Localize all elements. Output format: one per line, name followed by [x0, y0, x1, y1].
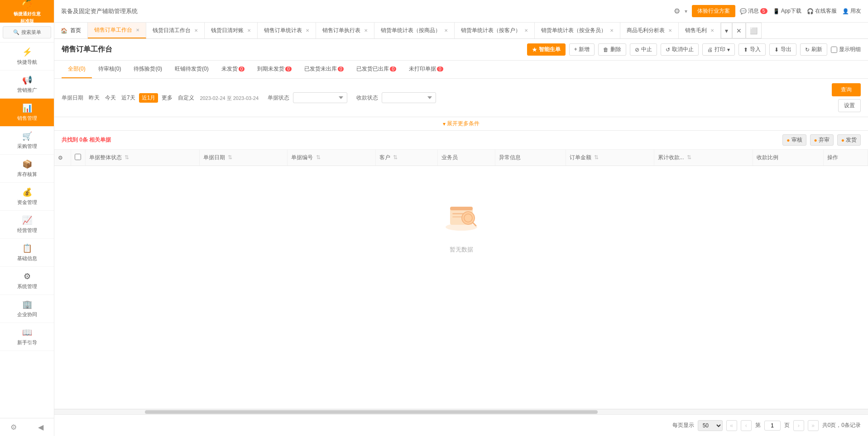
col-number[interactable]: 单据编号 ⇅: [288, 150, 376, 166]
col-status-sort-icon[interactable]: ⇅: [125, 154, 129, 161]
add-btn[interactable]: + 新增: [569, 43, 595, 56]
tab-close-all-btn[interactable]: ✕: [732, 23, 746, 38]
date-shortcut-1month[interactable]: 近1月: [139, 93, 158, 103]
filter-tab-expired[interactable]: 到期未发货0: [251, 61, 298, 78]
expand-more-btn[interactable]: ▾ 展开更多条件: [443, 120, 480, 128]
search-menu-btn[interactable]: 🔍 搜索菜单: [3, 26, 51, 38]
tab-sales-profit[interactable]: 销售毛利 ✕: [679, 23, 721, 38]
sidebar-item-operation[interactable]: 📈 经营管理: [0, 211, 54, 239]
date-shortcut-today[interactable]: 今天: [103, 93, 118, 103]
payment-filter-select[interactable]: [382, 92, 436, 103]
status-filter-select[interactable]: [293, 92, 347, 103]
sidebar-item-system[interactable]: ⚙ 系统管理: [0, 267, 54, 295]
gear-icon[interactable]: ⚙: [674, 7, 680, 15]
scroll-thumb[interactable]: [145, 410, 598, 414]
sidebar-item-sales[interactable]: 📊 销售管理: [0, 99, 54, 127]
tab-sales-exec[interactable]: 销售订单执行表 ✕: [316, 23, 374, 38]
tab-close-summary-staff[interactable]: ✕: [610, 28, 614, 33]
col-operation[interactable]: 操作: [823, 150, 868, 166]
user-btn[interactable]: 👤 用友: [842, 7, 861, 15]
col-date[interactable]: 单据日期 ⇅: [199, 150, 288, 166]
tab-maximize-btn[interactable]: ⬜: [746, 23, 762, 38]
set-btn[interactable]: 设置: [838, 99, 861, 112]
tab-close-summary-product[interactable]: ✕: [444, 28, 448, 33]
per-page-select[interactable]: 50 10 20 100: [698, 420, 723, 431]
horizontal-scrollbar[interactable]: [54, 409, 868, 414]
col-date-sort-icon[interactable]: ⇅: [228, 154, 232, 161]
tab-more-btn[interactable]: ▾: [721, 23, 732, 38]
sidebar-item-purchase[interactable]: 🛒 采购管理: [0, 127, 54, 155]
ship-action-btn[interactable]: ● 发货: [837, 134, 861, 146]
sidebar-item-inventory[interactable]: 📦 库存核算: [0, 155, 54, 183]
prev-page-btn[interactable]: ‹: [741, 420, 752, 431]
tab-sales-order[interactable]: 销售订单工作台 ✕: [88, 23, 146, 38]
tab-close-profit[interactable]: ✕: [710, 28, 714, 33]
review-action-btn[interactable]: ● 审核: [782, 134, 806, 146]
tab-cash-reconcile[interactable]: 钱货日清对账 ✕: [205, 23, 258, 38]
print-btn[interactable]: 🖨 打印 ▾: [702, 43, 735, 56]
tab-close-sales-order[interactable]: ✕: [136, 28, 139, 33]
show-detail-checkbox[interactable]: [831, 47, 837, 53]
import-btn[interactable]: ⬆ 导入: [739, 43, 766, 56]
col-status[interactable]: 单据整体状态 ⇅: [85, 150, 199, 166]
col-customer-sort-icon[interactable]: ⇅: [393, 154, 398, 161]
sidebar-item-marketing[interactable]: 📢 营销推广: [0, 71, 54, 99]
date-shortcut-7days[interactable]: 近7天: [120, 93, 137, 103]
delete-btn[interactable]: 🗑 删除: [598, 43, 626, 56]
sidebar-item-finance[interactable]: 💰 资金管理: [0, 183, 54, 211]
col-staff[interactable]: 业务员: [438, 150, 495, 166]
tab-cash-daily[interactable]: 钱货日清工作台 ✕: [146, 23, 205, 38]
col-number-sort-icon[interactable]: ⇅: [316, 154, 321, 161]
col-collected-sort-icon[interactable]: ⇅: [687, 154, 691, 161]
column-settings-icon[interactable]: ⚙: [58, 155, 63, 161]
refresh-btn[interactable]: ↻ 刷新: [800, 43, 827, 56]
ai-generate-btn[interactable]: ★ 智能生单: [527, 43, 566, 56]
sidebar-item-quick-nav[interactable]: ⚡ 快捷导航: [0, 43, 54, 71]
tab-close-gross[interactable]: ✕: [668, 28, 672, 33]
tab-gross-analysis[interactable]: 商品毛利分析表 ✕: [620, 23, 679, 38]
experience-btn[interactable]: 体验行业方案: [692, 5, 735, 17]
first-page-btn[interactable]: «: [726, 420, 737, 431]
filter-tab-not-printed[interactable]: 未打印单据0: [403, 61, 450, 78]
online-service-btn[interactable]: 🎧 在线客服: [807, 7, 837, 15]
tab-close-cash-daily[interactable]: ✕: [194, 28, 198, 33]
filter-tab-not-shipped[interactable]: 未发货0: [215, 61, 251, 78]
sidebar-search-area[interactable]: 🔍 搜索菜单: [0, 23, 54, 43]
cancel-stop-btn[interactable]: ↺ 取消中止: [661, 43, 699, 56]
col-amount[interactable]: 订单金额 ⇅: [566, 150, 654, 166]
tab-close-cash-reconcile[interactable]: ✕: [247, 28, 251, 33]
tab-close-sales-stats[interactable]: ✕: [306, 28, 309, 33]
tab-sales-summary-product[interactable]: 销货单统计表（按商品） ✕: [374, 23, 455, 38]
col-checkbox[interactable]: [71, 150, 85, 166]
dropdown-icon[interactable]: ▾: [685, 8, 687, 14]
col-collected[interactable]: 累计收款... ⇅: [654, 150, 753, 166]
query-btn[interactable]: 查询: [832, 83, 861, 96]
export-btn[interactable]: ⬇ 导出: [769, 43, 796, 56]
sidebar-item-guide[interactable]: 📖 新手引导: [0, 323, 54, 351]
select-all-checkbox[interactable]: [75, 154, 81, 160]
show-detail-label[interactable]: 显示明细: [831, 46, 861, 53]
sidebar-settings-btn[interactable]: ⚙: [10, 423, 17, 431]
last-page-btn[interactable]: »: [808, 420, 819, 431]
filter-tab-wangpu[interactable]: 旺铺待发货(0): [168, 61, 215, 78]
date-shortcut-yesterday[interactable]: 昨天: [87, 93, 101, 103]
app-download-btn[interactable]: 📱 App下载: [773, 7, 801, 15]
col-exception[interactable]: 异常信息: [495, 150, 566, 166]
tab-sales-summary-customer[interactable]: 销货单统计表（按客户） ✕: [455, 23, 535, 38]
tab-sales-summary-staff[interactable]: 销货单统计表（按业务员） ✕: [535, 23, 620, 38]
tab-close-sales-exec[interactable]: ✕: [364, 28, 368, 33]
table-scroll-container[interactable]: ⚙ 单据整体状态 ⇅ 单据日期: [54, 150, 868, 409]
date-shortcut-more[interactable]: 更多: [160, 93, 174, 103]
tab-close-summary-customer[interactable]: ✕: [524, 28, 528, 33]
page-input[interactable]: [764, 421, 781, 431]
col-settings[interactable]: ⚙: [54, 150, 71, 166]
filter-tab-pending-inspect[interactable]: 待拣验货(0): [127, 61, 168, 78]
date-shortcut-custom[interactable]: 自定义: [176, 93, 196, 103]
stop-btn[interactable]: ⊘ 中止: [630, 43, 657, 56]
col-customer[interactable]: 客户 ⇅: [376, 150, 438, 166]
cancel-review-btn[interactable]: ● 弃审: [810, 134, 834, 146]
message-btn[interactable]: 💬 消息 5: [740, 7, 767, 15]
filter-tab-pending-review[interactable]: 待审核(0): [92, 61, 128, 78]
filter-tab-all[interactable]: 全部(0): [62, 61, 92, 78]
next-page-btn[interactable]: ›: [793, 420, 804, 431]
